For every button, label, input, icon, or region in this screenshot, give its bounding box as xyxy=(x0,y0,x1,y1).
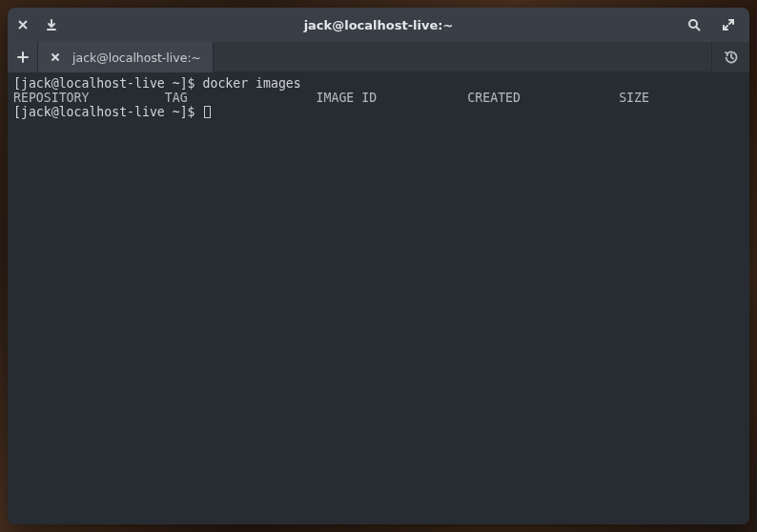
terminal-output[interactable]: [jack@localhost-live ~]$ docker imagesRE… xyxy=(8,72,749,524)
titlebar-right-controls xyxy=(665,17,742,32)
tab-spacer xyxy=(214,42,711,72)
download-icon[interactable] xyxy=(44,17,59,32)
prompt-text: [jack@localhost-live ~]$ xyxy=(13,76,203,91)
titlebar-left-controls xyxy=(15,17,92,32)
terminal-window: jack@localhost-live:~ jack@localhost-liv… xyxy=(8,8,749,524)
tab-label: jack@localhost-live:~ xyxy=(72,51,201,65)
history-button[interactable] xyxy=(711,42,749,72)
cursor xyxy=(204,106,211,118)
terminal-current-line: [jack@localhost-live ~]$ xyxy=(13,105,744,119)
terminal-line: [jack@localhost-live ~]$ docker images xyxy=(13,76,744,91)
search-icon[interactable] xyxy=(686,17,702,32)
close-icon[interactable] xyxy=(48,50,63,65)
titlebar[interactable]: jack@localhost-live:~ xyxy=(8,8,749,42)
window-title: jack@localhost-live:~ xyxy=(92,18,665,32)
tab-bar: jack@localhost-live:~ xyxy=(8,42,749,72)
maximize-icon[interactable] xyxy=(721,17,736,32)
close-icon[interactable] xyxy=(15,17,31,32)
new-tab-button[interactable] xyxy=(8,42,38,72)
command-text: docker images xyxy=(203,76,301,91)
tab-terminal-1[interactable]: jack@localhost-live:~ xyxy=(38,42,214,72)
prompt-text: [jack@localhost-live ~]$ xyxy=(13,105,203,119)
table-header-line: REPOSITORY TAG IMAGE ID CREATED SIZE xyxy=(13,91,744,105)
